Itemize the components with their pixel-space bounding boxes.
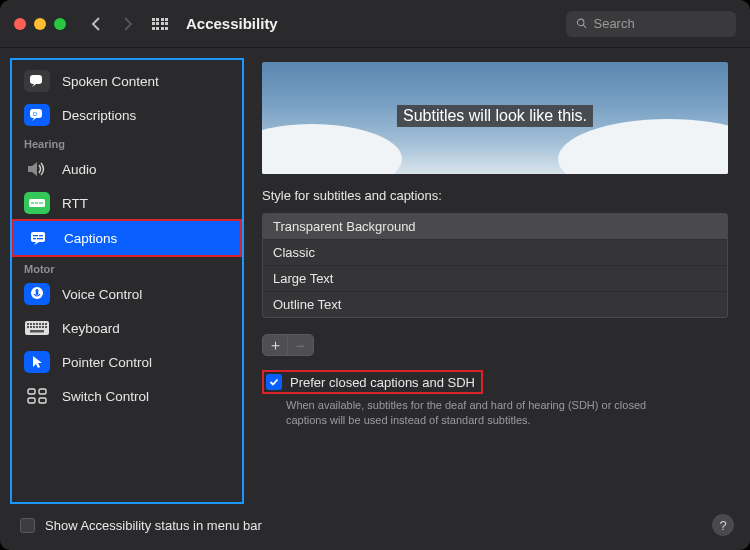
keyboard-icon [24, 317, 50, 339]
style-option-large-text[interactable]: Large Text [263, 266, 727, 292]
svg-rect-28 [39, 326, 41, 328]
svg-rect-13 [37, 238, 43, 239]
svg-rect-24 [27, 326, 29, 328]
close-window-button[interactable] [14, 18, 26, 30]
rtt-icon [24, 192, 50, 214]
sidebar-item-label: Keyboard [62, 321, 120, 336]
sidebar-item-label: Pointer Control [62, 355, 152, 370]
svg-rect-15 [36, 289, 39, 295]
style-list[interactable]: Transparent Background Classic Large Tex… [262, 213, 728, 318]
svg-point-0 [577, 19, 583, 25]
sidebar-section-hearing: Hearing [12, 132, 242, 152]
window-title: Accessibility [186, 15, 278, 32]
sidebar-item-audio[interactable]: Audio [12, 152, 242, 186]
remove-style-button[interactable]: − [288, 334, 314, 356]
svg-rect-26 [33, 326, 35, 328]
svg-rect-22 [42, 323, 44, 325]
zoom-window-button[interactable] [54, 18, 66, 30]
sidebar-item-spoken-content[interactable]: Spoken Content [12, 64, 242, 98]
svg-rect-23 [45, 323, 47, 325]
sidebar-item-label: RTT [62, 196, 88, 211]
sidebar-item-label: Audio [62, 162, 97, 177]
svg-rect-10 [33, 235, 38, 236]
style-option-transparent[interactable]: Transparent Background [263, 214, 727, 240]
add-style-button[interactable]: ＋ [262, 334, 288, 356]
prefer-sdh-description: When available, subtitles for the deaf a… [262, 394, 682, 428]
subtitle-preview-text: Subtitles will look like this. [397, 105, 593, 127]
sidebar-item-label: Spoken Content [62, 74, 159, 89]
svg-rect-30 [45, 326, 47, 328]
sidebar-item-rtt[interactable]: RTT [12, 186, 242, 220]
svg-rect-33 [39, 389, 46, 394]
svg-rect-17 [27, 323, 29, 325]
svg-rect-25 [30, 326, 32, 328]
sidebar: Spoken Content D Descriptions Hearing Au… [10, 58, 244, 504]
svg-rect-34 [28, 398, 35, 403]
menubar-status-label: Show Accessibility status in menu bar [45, 518, 262, 533]
sidebar-item-captions[interactable]: Captions [12, 219, 242, 257]
pointer-icon [24, 351, 50, 373]
titlebar: Accessibility [0, 0, 750, 48]
svg-rect-19 [33, 323, 35, 325]
search-field[interactable] [566, 11, 736, 37]
speaker-icon [24, 158, 50, 180]
svg-rect-18 [30, 323, 32, 325]
subtitle-preview: Subtitles will look like this. [262, 62, 728, 174]
svg-rect-32 [28, 389, 35, 394]
prefer-sdh-row[interactable]: Prefer closed captions and SDH [262, 370, 483, 394]
menubar-status-checkbox[interactable] [20, 518, 35, 533]
svg-rect-31 [30, 330, 44, 333]
show-all-button[interactable] [148, 12, 172, 36]
voice-icon [24, 283, 50, 305]
sidebar-item-descriptions[interactable]: D Descriptions [12, 98, 242, 132]
svg-rect-2 [30, 75, 42, 84]
prefer-sdh-label: Prefer closed captions and SDH [290, 375, 475, 390]
prefer-sdh-checkbox[interactable] [266, 374, 282, 390]
back-button[interactable] [84, 12, 108, 36]
check-icon [269, 377, 279, 387]
window-controls [14, 18, 66, 30]
desc-icon: D [24, 104, 50, 126]
sidebar-item-label: Switch Control [62, 389, 149, 404]
svg-rect-9 [31, 232, 45, 242]
svg-line-1 [583, 25, 586, 28]
footer: Show Accessibility status in menu bar ? [0, 504, 750, 550]
speech-icon [24, 70, 50, 92]
sidebar-section-motor: Motor [12, 257, 242, 277]
help-button[interactable]: ? [712, 514, 734, 536]
svg-rect-35 [39, 398, 46, 403]
sidebar-item-pointer-control[interactable]: Pointer Control [12, 345, 242, 379]
sidebar-item-label: Captions [64, 231, 117, 246]
svg-rect-27 [36, 326, 38, 328]
captions-panel: Subtitles will look like this. Style for… [244, 48, 750, 504]
search-icon [576, 17, 587, 30]
svg-rect-29 [42, 326, 44, 328]
svg-rect-11 [39, 235, 43, 236]
sidebar-item-voice-control[interactable]: Voice Control [12, 277, 242, 311]
svg-rect-21 [39, 323, 41, 325]
minimize-window-button[interactable] [34, 18, 46, 30]
grid-icon [152, 18, 169, 30]
svg-text:D: D [33, 111, 38, 117]
style-option-classic[interactable]: Classic [263, 240, 727, 266]
sidebar-item-keyboard[interactable]: Keyboard [12, 311, 242, 345]
search-input[interactable] [593, 16, 726, 31]
switch-icon [24, 385, 50, 407]
style-list-label: Style for subtitles and captions: [262, 188, 728, 203]
forward-button[interactable] [116, 12, 140, 36]
sidebar-item-label: Descriptions [62, 108, 136, 123]
sidebar-item-label: Voice Control [62, 287, 142, 302]
svg-rect-12 [33, 238, 36, 239]
style-option-outline[interactable]: Outline Text [263, 292, 727, 317]
accessibility-window: Accessibility Spoken Content D Descripti… [0, 0, 750, 550]
sidebar-item-switch-control[interactable]: Switch Control [12, 379, 242, 413]
svg-rect-20 [36, 323, 38, 325]
captions-icon [26, 227, 52, 249]
